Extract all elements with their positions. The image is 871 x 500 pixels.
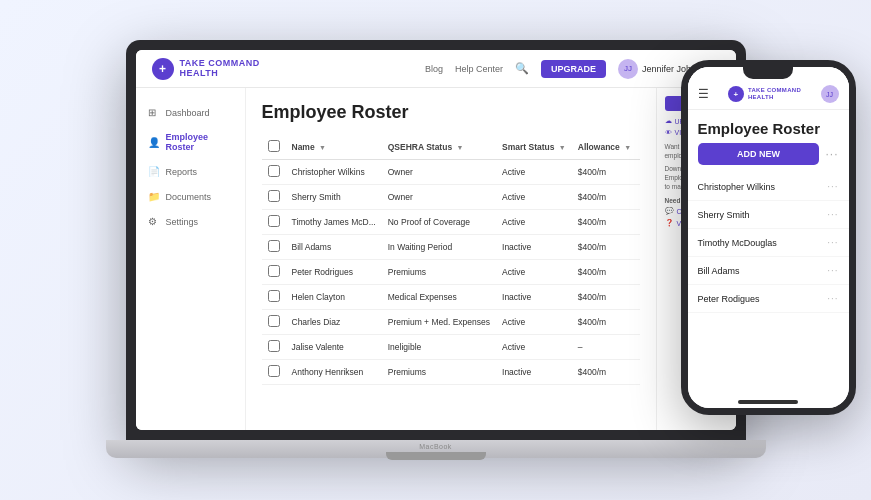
sidebar-item-label: Documents xyxy=(166,192,212,202)
app-header: + TAKE COMMAND HEALTH Blog Help Center 🔍… xyxy=(136,50,736,88)
row-qsehra: Premiums xyxy=(382,260,496,285)
table-row: Bill Adams In Waiting Period Inactive $4… xyxy=(262,235,640,260)
table-row: Helen Clayton Medical Expenses Inactive … xyxy=(262,285,640,310)
row-more-button[interactable]: ··· xyxy=(637,260,639,285)
phone-emp-more[interactable]: ··· xyxy=(827,293,838,304)
row-name: Helen Clayton xyxy=(286,285,382,310)
documents-icon: 📁 xyxy=(148,191,160,202)
phone-more-icon[interactable]: ··· xyxy=(825,147,838,161)
row-more-button[interactable]: ··· xyxy=(637,235,639,260)
phone-list-item[interactable]: Bill Adams ··· xyxy=(688,257,849,285)
sidebar-item-reports[interactable]: 📄 Reports xyxy=(136,159,245,184)
row-name: Sherry Smith xyxy=(286,185,382,210)
phone-logo-icon: + xyxy=(728,86,744,102)
sidebar-item-settings[interactable]: ⚙ Settings xyxy=(136,209,245,234)
row-name: Charles Diaz xyxy=(286,310,382,335)
row-qsehra: Medical Expenses xyxy=(382,285,496,310)
logo-text: TAKE COMMAND HEALTH xyxy=(180,59,260,79)
phone-list-item[interactable]: Timothy McDouglas ··· xyxy=(688,229,849,257)
row-name: Anthony Henriksen xyxy=(286,360,382,385)
row-qsehra: Premium + Med. Expenses xyxy=(382,310,496,335)
row-more-button[interactable]: ··· xyxy=(637,360,639,385)
phone-list-item[interactable]: Christopher Wilkins ··· xyxy=(688,173,849,201)
avatar: JJ xyxy=(618,59,638,79)
phone-device: ☰ + TAKE COMMAND HEALTH JJ Employee Rost… xyxy=(681,60,856,415)
settings-icon: ⚙ xyxy=(148,216,160,227)
row-more-button[interactable]: ··· xyxy=(637,210,639,235)
table-row: Anthony Henriksen Premiums Inactive $400… xyxy=(262,360,640,385)
sidebar-item-dashboard[interactable]: ⊞ Dashboard xyxy=(136,100,245,125)
sidebar: ⊞ Dashboard 👤 Employee Roster 📄 Reports … xyxy=(136,88,246,430)
laptop-body: + TAKE COMMAND HEALTH Blog Help Center 🔍… xyxy=(126,40,746,440)
row-qsehra: Owner xyxy=(382,185,496,210)
sidebar-item-label: Settings xyxy=(166,217,199,227)
row-checkbox-cell[interactable] xyxy=(262,360,286,385)
col-name[interactable]: Name ▼ xyxy=(286,135,382,160)
row-name: Christopher Wilkins xyxy=(286,160,382,185)
table-row: Jalise Valente Ineligible Active – ··· xyxy=(262,335,640,360)
row-name: Peter Rodrigues xyxy=(286,260,382,285)
row-checkbox-cell[interactable] xyxy=(262,285,286,310)
col-checkbox[interactable] xyxy=(262,135,286,160)
laptop-notch xyxy=(386,452,486,460)
phone-logo-text: TAKE COMMAND HEALTH xyxy=(748,87,801,100)
row-more-button[interactable]: ··· xyxy=(637,160,639,185)
row-allowance: $400/m xyxy=(572,285,637,310)
page-title: Employee Roster xyxy=(262,102,640,123)
row-qsehra: Ineligible xyxy=(382,335,496,360)
phone-add-button[interactable]: ADD NEW xyxy=(698,143,820,165)
phone-employee-list: Christopher Wilkins ··· Sherry Smith ···… xyxy=(688,173,849,396)
phone-emp-name: Sherry Smith xyxy=(698,210,750,220)
employee-table: Name ▼ QSEHRA Status ▼ Smart Status ▼ Al… xyxy=(262,135,640,385)
blog-link[interactable]: Blog xyxy=(425,64,443,74)
upgrade-button[interactable]: UPGRADE xyxy=(541,60,606,78)
row-allowance: $400/m xyxy=(572,310,637,335)
row-name: Timothy James McD... xyxy=(286,210,382,235)
sidebar-item-documents[interactable]: 📁 Documents xyxy=(136,184,245,209)
employee-icon: 👤 xyxy=(148,137,160,148)
phone-emp-name: Bill Adams xyxy=(698,266,740,276)
table-row: Charles Diaz Premium + Med. Expenses Act… xyxy=(262,310,640,335)
row-checkbox-cell[interactable] xyxy=(262,185,286,210)
row-checkbox-cell[interactable] xyxy=(262,335,286,360)
phone-screen: ☰ + TAKE COMMAND HEALTH JJ Employee Rost… xyxy=(688,67,849,408)
phone-list-item[interactable]: Peter Rodigues ··· xyxy=(688,285,849,313)
row-checkbox-cell[interactable] xyxy=(262,210,286,235)
dashboard-icon: ⊞ xyxy=(148,107,160,118)
row-qsehra: Owner xyxy=(382,160,496,185)
row-more-button[interactable]: ··· xyxy=(637,310,639,335)
sidebar-item-employee-roster[interactable]: 👤 Employee Roster xyxy=(136,125,245,159)
sidebar-item-label: Employee Roster xyxy=(166,132,233,152)
row-checkbox-cell[interactable] xyxy=(262,235,286,260)
phone-page-title: Employee Roster xyxy=(688,110,849,143)
row-name: Bill Adams xyxy=(286,235,382,260)
row-qsehra: In Waiting Period xyxy=(382,235,496,260)
row-checkbox-cell[interactable] xyxy=(262,310,286,335)
row-more-button[interactable]: ··· xyxy=(637,335,639,360)
phone-emp-name: Christopher Wilkins xyxy=(698,182,776,192)
phone-emp-more[interactable]: ··· xyxy=(827,209,838,220)
home-indicator xyxy=(738,400,798,404)
phone-emp-more[interactable]: ··· xyxy=(827,237,838,248)
row-checkbox-cell[interactable] xyxy=(262,260,286,285)
phone-list-item[interactable]: Sherry Smith ··· xyxy=(688,201,849,229)
table-row: Peter Rodrigues Premiums Active $400/m ·… xyxy=(262,260,640,285)
search-icon[interactable]: 🔍 xyxy=(515,62,529,75)
help-center-link[interactable]: Help Center xyxy=(455,64,503,74)
row-more-button[interactable]: ··· xyxy=(637,285,639,310)
row-smart-status: Active xyxy=(496,335,572,360)
row-smart-status: Active xyxy=(496,210,572,235)
row-checkbox-cell[interactable] xyxy=(262,160,286,185)
row-allowance: $400/m xyxy=(572,210,637,235)
col-allowance[interactable]: Allowance ▼ xyxy=(572,135,637,160)
phone-emp-more[interactable]: ··· xyxy=(827,265,838,276)
row-more-button[interactable]: ··· xyxy=(637,185,639,210)
hamburger-icon[interactable]: ☰ xyxy=(698,87,709,101)
laptop-screen: + TAKE COMMAND HEALTH Blog Help Center 🔍… xyxy=(136,50,736,430)
col-smart[interactable]: Smart Status ▼ xyxy=(496,135,572,160)
row-allowance: $400/m xyxy=(572,360,637,385)
row-allowance: $400/m xyxy=(572,185,637,210)
row-smart-status: Active xyxy=(496,310,572,335)
phone-emp-more[interactable]: ··· xyxy=(827,181,838,192)
col-qsehra[interactable]: QSEHRA Status ▼ xyxy=(382,135,496,160)
